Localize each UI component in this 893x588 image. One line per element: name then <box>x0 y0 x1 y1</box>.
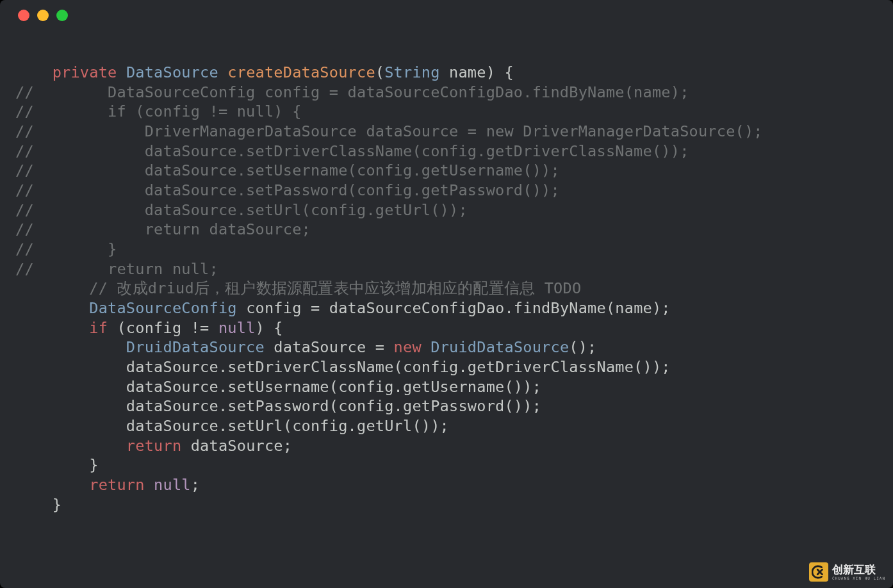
code-token: // dataSource.setPassword(config.getPass… <box>15 181 560 199</box>
code-token: dataSource.setUrl(config.getUrl()); <box>126 417 449 435</box>
code-line: dataSource.setUrl(config.getUrl()); <box>15 416 878 436</box>
code-line: } <box>15 455 878 475</box>
code-token: DruidDataSource <box>126 338 265 356</box>
code-line: // dataSource.setPassword(config.getPass… <box>15 181 878 200</box>
code-line: return dataSource; <box>15 436 878 456</box>
code-token <box>145 476 154 494</box>
code-line: // return null; <box>15 259 878 279</box>
code-token: // } <box>15 240 117 258</box>
watermark-sub: CHUANG XIN HU LIAN <box>832 576 885 580</box>
code-line: dataSource.setDriverClassName(config.get… <box>15 357 878 377</box>
code-line: } <box>15 495 878 515</box>
watermark-logo-icon <box>809 562 828 582</box>
code-line: // if (config != null) { <box>15 102 878 122</box>
code-token: name) { <box>440 63 514 81</box>
code-line: // dataSource.setUsername(config.getUser… <box>15 161 878 181</box>
code-token: return <box>126 437 181 455</box>
close-icon[interactable] <box>18 10 29 21</box>
code-token: (config != <box>108 319 218 337</box>
code-token <box>422 338 430 356</box>
code-line: // dataSource.setUrl(config.getUrl()); <box>15 200 878 220</box>
code-line: // } <box>15 240 878 259</box>
watermark-text: 创新互联 CHUANG XIN HU LIAN <box>832 564 885 580</box>
code-token: private <box>53 63 117 81</box>
code-token: createDataSource <box>227 63 375 81</box>
code-line: // 改成driud后，租户数据源配置表中应该增加相应的配置信息 TODO <box>15 279 878 298</box>
code-line: dataSource.setUsername(config.getUsernam… <box>15 377 878 397</box>
code-token: String <box>384 63 439 81</box>
code-token: // if (config != null) { <box>15 102 302 120</box>
code-token: // return null; <box>15 260 218 278</box>
code-token: return <box>89 476 144 494</box>
code-token <box>117 63 126 81</box>
code-token: dataSource; <box>181 437 292 455</box>
code-token: (); <box>569 338 596 356</box>
maximize-icon[interactable] <box>56 10 68 21</box>
watermark-main: 创新互联 <box>832 564 876 576</box>
code-token: if <box>89 319 108 337</box>
code-token: } <box>53 496 61 514</box>
code-line: // DataSourceConfig config = dataSourceC… <box>15 83 878 102</box>
code-token: // DriverManagerDataSource dataSource = … <box>15 122 763 140</box>
code-line: // DriverManagerDataSource dataSource = … <box>15 122 878 142</box>
code-line: private DataSource createDataSource(Stri… <box>15 63 878 83</box>
code-token: // 改成driud后，租户数据源配置表中应该增加相应的配置信息 TODO <box>89 279 581 297</box>
code-line: if (config != null) { <box>15 318 878 338</box>
code-line: // dataSource.setDriverClassName(config.… <box>15 142 878 161</box>
code-token: new <box>394 338 422 356</box>
code-line: DruidDataSource dataSource = new DruidDa… <box>15 338 878 357</box>
code-window: private DataSource createDataSource(Stri… <box>0 0 893 588</box>
watermark: 创新互联 CHUANG XIN HU LIAN <box>809 562 885 582</box>
code-token: DataSource <box>126 63 218 81</box>
code-token: null <box>154 476 191 494</box>
window-titlebar <box>0 0 893 31</box>
code-token: } <box>89 456 98 474</box>
code-line: return null; <box>15 475 878 495</box>
code-token: config = dataSourceConfigDao.findByName(… <box>237 299 671 317</box>
code-token: // dataSource.setDriverClassName(config.… <box>15 142 689 160</box>
minimize-icon[interactable] <box>37 10 49 21</box>
code-token: dataSource.setUsername(config.getUsernam… <box>126 378 541 396</box>
code-token: ; <box>191 476 200 494</box>
code-token: // dataSource.setUsername(config.getUser… <box>15 161 560 179</box>
code-line: // return dataSource; <box>15 220 878 240</box>
code-token: DruidDataSource <box>430 338 569 356</box>
code-line: dataSource.setPassword(config.getPasswor… <box>15 396 878 416</box>
code-token: // DataSourceConfig config = dataSourceC… <box>15 83 689 101</box>
code-token: // return dataSource; <box>15 220 311 238</box>
code-token: dataSource = <box>265 338 394 356</box>
code-token <box>218 63 227 81</box>
code-token: dataSource.setDriverClassName(config.get… <box>126 358 671 376</box>
code-line: DataSourceConfig config = dataSourceConf… <box>15 298 878 318</box>
code-editor[interactable]: private DataSource createDataSource(Stri… <box>0 31 893 530</box>
code-token: ) { <box>256 319 283 337</box>
code-token: ( <box>375 63 384 81</box>
code-token: null <box>218 319 256 337</box>
code-token: // dataSource.setUrl(config.getUrl()); <box>15 201 468 219</box>
code-token: DataSourceConfig <box>89 299 236 317</box>
code-token: dataSource.setPassword(config.getPasswor… <box>126 397 541 415</box>
